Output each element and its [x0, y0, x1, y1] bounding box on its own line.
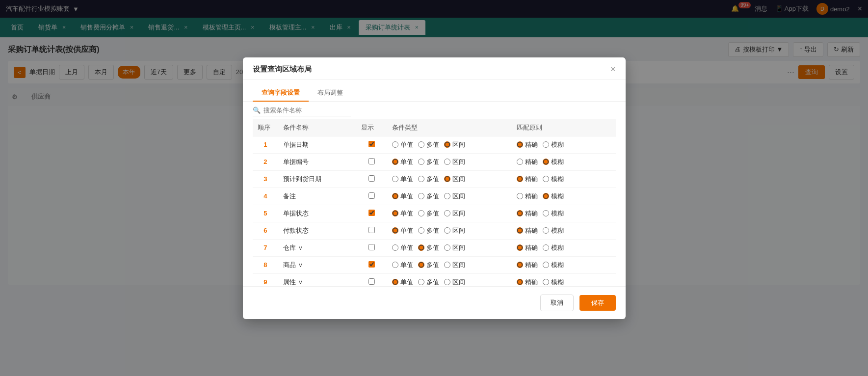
type-option-label[interactable]: 区间: [444, 209, 465, 218]
match-radio[interactable]: [517, 279, 523, 285]
save-button[interactable]: 保存: [579, 295, 616, 311]
match-option-label[interactable]: 精确: [517, 140, 538, 149]
type-radio[interactable]: [392, 210, 398, 216]
type-option-label[interactable]: 多值: [418, 278, 439, 286]
type-option-label[interactable]: 单值: [392, 158, 413, 166]
type-radio[interactable]: [392, 279, 398, 285]
type-radio[interactable]: [444, 159, 450, 165]
match-option-label[interactable]: 模糊: [543, 209, 564, 218]
type-radio[interactable]: [392, 227, 398, 234]
match-option-label[interactable]: 模糊: [543, 243, 564, 252]
type-option-label[interactable]: 单值: [392, 140, 413, 149]
show-checkbox[interactable]: [368, 261, 375, 268]
show-checkbox[interactable]: [368, 210, 375, 216]
show-checkbox[interactable]: [368, 278, 375, 285]
match-option-label[interactable]: 精确: [517, 192, 538, 201]
type-radio[interactable]: [444, 262, 450, 268]
match-option-label[interactable]: 精确: [517, 243, 538, 252]
type-option-label[interactable]: 区间: [444, 261, 465, 269]
type-radio[interactable]: [418, 159, 424, 165]
type-option-label[interactable]: 多值: [418, 243, 439, 252]
match-option-label[interactable]: 精确: [517, 261, 538, 269]
match-radio[interactable]: [543, 279, 549, 285]
type-option-label[interactable]: 单值: [392, 261, 413, 269]
match-radio[interactable]: [543, 176, 549, 182]
show-checkbox[interactable]: [368, 141, 375, 147]
type-radio[interactable]: [392, 262, 398, 268]
cancel-button[interactable]: 取消: [540, 295, 574, 311]
type-radio[interactable]: [392, 193, 398, 199]
match-option-label[interactable]: 模糊: [543, 158, 564, 166]
show-checkbox[interactable]: [368, 227, 375, 233]
match-option-label[interactable]: 模糊: [543, 140, 564, 149]
type-option-label[interactable]: 单值: [392, 175, 413, 184]
match-radio[interactable]: [543, 193, 549, 199]
match-radio[interactable]: [517, 141, 523, 148]
type-radio[interactable]: [444, 227, 450, 234]
match-option-label[interactable]: 模糊: [543, 278, 564, 286]
type-radio[interactable]: [392, 176, 398, 182]
type-option-label[interactable]: 单值: [392, 243, 413, 252]
match-radio[interactable]: [517, 262, 523, 268]
type-radio[interactable]: [444, 244, 450, 251]
show-checkbox[interactable]: [368, 192, 375, 199]
type-radio[interactable]: [418, 193, 424, 199]
search-input[interactable]: [263, 107, 342, 114]
match-radio[interactable]: [517, 244, 523, 251]
tab-query-fields[interactable]: 查询字段设置: [253, 85, 309, 102]
type-radio[interactable]: [418, 227, 424, 234]
type-option-label[interactable]: 区间: [444, 158, 465, 166]
match-radio[interactable]: [517, 159, 523, 165]
match-option-label[interactable]: 模糊: [543, 261, 564, 269]
type-radio[interactable]: [418, 279, 424, 285]
match-radio[interactable]: [543, 244, 549, 251]
match-radio[interactable]: [517, 176, 523, 182]
match-radio[interactable]: [543, 159, 549, 165]
type-radio[interactable]: [444, 176, 450, 182]
type-radio[interactable]: [392, 141, 398, 148]
type-option-label[interactable]: 多值: [418, 226, 439, 235]
type-radio[interactable]: [392, 159, 398, 165]
match-radio[interactable]: [517, 210, 523, 216]
type-option-label[interactable]: 单值: [392, 209, 413, 218]
type-radio[interactable]: [444, 193, 450, 199]
match-option-label[interactable]: 模糊: [543, 192, 564, 201]
match-option-label[interactable]: 模糊: [543, 175, 564, 184]
match-option-label[interactable]: 精确: [517, 158, 538, 166]
type-option-label[interactable]: 区间: [444, 243, 465, 252]
match-radio[interactable]: [517, 227, 523, 234]
type-radio[interactable]: [444, 279, 450, 285]
match-option-label[interactable]: 模糊: [543, 226, 564, 235]
type-option-label[interactable]: 多值: [418, 261, 439, 269]
type-option-label[interactable]: 多值: [418, 140, 439, 149]
type-radio[interactable]: [418, 141, 424, 148]
type-option-label[interactable]: 单值: [392, 192, 413, 201]
type-option-label[interactable]: 区间: [444, 175, 465, 184]
match-option-label[interactable]: 精确: [517, 175, 538, 184]
tab-layout[interactable]: 布局调整: [309, 85, 352, 102]
type-option-label[interactable]: 多值: [418, 158, 439, 166]
type-option-label[interactable]: 多值: [418, 192, 439, 201]
show-checkbox[interactable]: [368, 158, 375, 164]
type-option-label[interactable]: 单值: [392, 226, 413, 235]
match-radio[interactable]: [543, 141, 549, 148]
type-option-label[interactable]: 区间: [444, 192, 465, 201]
type-radio[interactable]: [444, 210, 450, 216]
type-radio[interactable]: [418, 176, 424, 182]
match-radio[interactable]: [517, 193, 523, 199]
show-checkbox[interactable]: [368, 175, 375, 182]
type-option-label[interactable]: 区间: [444, 140, 465, 149]
match-option-label[interactable]: 精确: [517, 209, 538, 218]
type-option-label[interactable]: 多值: [418, 175, 439, 184]
type-radio[interactable]: [444, 141, 450, 148]
type-radio[interactable]: [418, 210, 424, 216]
type-radio[interactable]: [392, 244, 398, 251]
type-option-label[interactable]: 区间: [444, 226, 465, 235]
type-option-label[interactable]: 单值: [392, 278, 413, 286]
type-option-label[interactable]: 区间: [444, 278, 465, 286]
type-radio[interactable]: [418, 244, 424, 251]
modal-close-button[interactable]: ×: [610, 64, 616, 75]
show-checkbox[interactable]: [368, 244, 375, 250]
match-option-label[interactable]: 精确: [517, 226, 538, 235]
match-radio[interactable]: [543, 262, 549, 268]
